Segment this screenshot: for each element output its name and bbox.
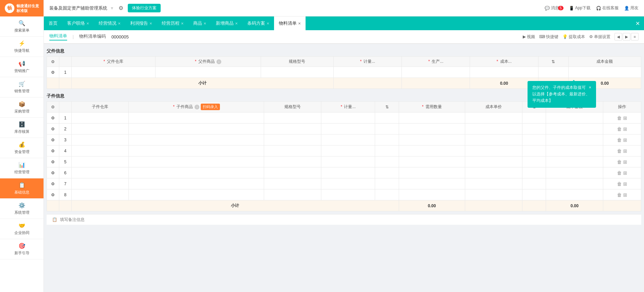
copy-row1-icon[interactable]: ⊞ [623, 115, 627, 121]
delete-row7-icon[interactable]: 🗑 [617, 181, 622, 187]
delete-row8-icon[interactable]: 🗑 [617, 192, 622, 198]
child-row1-spec[interactable] [264, 113, 321, 124]
child-row1-warehouse[interactable] [72, 113, 129, 124]
parent-table-row: ⚙ 1 [47, 67, 641, 78]
sidebar-item-system[interactable]: ⚙️ 系统管理 [0, 199, 44, 219]
app-download-item[interactable]: 📱 App下载 [569, 5, 591, 11]
child-table-row: ⚙ 7 🗑 ⊞ [47, 178, 641, 189]
child-table-row: ⚙ 6 🗑 ⊞ [47, 167, 641, 178]
app-icon: 📱 [569, 6, 574, 11]
tab-home[interactable]: 首页 [44, 16, 62, 30]
sub-header-actions: ▶ 视频 ⌨ 快捷键 💡 提取成本 ⚙ 单据设置 [523, 33, 639, 40]
close-barcode-icon[interactable]: ✕ [267, 22, 269, 25]
top-header: 装备及固定资产辅助管理系统 ▼ ⚙ 体验行业方案 💬 消息 5 📱 App下载 … [44, 0, 644, 16]
parent-row-spec[interactable] [261, 67, 333, 78]
close-new-products-icon[interactable]: ✕ [235, 22, 238, 25]
delete-row2-icon[interactable]: 🗑 [617, 126, 622, 132]
sidebar-item-guide[interactable]: 🎯 新手引导 [0, 239, 44, 259]
sidebar-item-basic-info[interactable]: 📋 基础信息 [0, 178, 44, 199]
doc-settings-icon: ⚙ [589, 34, 593, 39]
sub-tab-bom-list[interactable]: 物料清单 [49, 33, 67, 40]
sidebar-item-search[interactable]: 🔍 搜索菜单 [0, 16, 44, 37]
settings-gear-icon[interactable]: ⚙ [117, 4, 125, 12]
user-icon: 👤 [624, 6, 629, 11]
child-table-row: ⚙ 2 🗑 ⊞ [47, 124, 641, 135]
tab-operations[interactable]: 经营情况 ✕ [94, 16, 125, 30]
sidebar-item-enterprise[interactable]: 🤝 企业协同 [0, 219, 44, 239]
child-row1-actions: 🗑 ⊞ [603, 113, 641, 124]
close-history-icon[interactable]: ✕ [181, 22, 184, 25]
parent-col-num [59, 57, 72, 67]
trial-button[interactable]: 体验行业方案 [128, 4, 161, 12]
child-table-row: ⚙ 5 🗑 ⊞ [47, 156, 641, 167]
delete-row3-icon[interactable]: 🗑 [617, 137, 622, 143]
child-table-row: ⚙ 4 🗑 ⊞ [47, 145, 641, 156]
parent-col-prod-date: * 生产... [402, 57, 470, 67]
close-products-icon[interactable]: ✕ [203, 22, 206, 25]
view-action[interactable]: ▶ 视频 [523, 34, 535, 40]
tab-new-products[interactable]: 新增商品 ✕ [211, 16, 243, 30]
delete-row4-icon[interactable]: 🗑 [617, 148, 622, 154]
tooltip-close-button[interactable]: × [589, 84, 591, 91]
message-icon: 💬 [545, 6, 550, 11]
tab-customers[interactable]: 客户联络 ✕ [62, 16, 94, 30]
parent-row-qty[interactable] [334, 67, 402, 78]
child-product-info-icon[interactable]: i [195, 105, 199, 109]
scan-button[interactable]: 扫码录入 [201, 104, 220, 110]
copy-row4-icon[interactable]: ⊞ [623, 148, 627, 154]
parent-row-cost[interactable] [470, 67, 538, 78]
menu-button[interactable]: ≡ [631, 33, 639, 40]
finance-icon: 💰 [18, 141, 25, 148]
sidebar-item-marketing[interactable]: 📢 营销推广 [0, 57, 44, 77]
parent-row-prod-date[interactable] [402, 67, 470, 78]
close-operations-icon[interactable]: ✕ [118, 22, 121, 25]
delete-row5-icon[interactable]: 🗑 [617, 159, 622, 165]
delete-row6-icon[interactable]: 🗑 [617, 170, 622, 176]
parent-subtotal-gear [47, 78, 59, 89]
child-row1-product[interactable] [129, 113, 264, 124]
user-avatar-item[interactable]: 👤 用友 [624, 5, 639, 11]
parent-product-info-icon[interactable]: i [216, 59, 221, 64]
close-profit-icon[interactable]: ✕ [149, 22, 152, 25]
sidebar-item-purchase[interactable]: 📦 采购管理 [0, 97, 44, 118]
tab-bom[interactable]: 物料清单 ✕ [274, 16, 306, 30]
tab-profit[interactable]: 利润报告 ✕ [125, 16, 157, 30]
tab-history[interactable]: 经营历程 ✕ [157, 16, 188, 30]
delete-row1-icon[interactable]: 🗑 [617, 115, 622, 121]
child-table-row: ⚙ 1 🗑 ⊞ [47, 113, 641, 124]
child-row1-needed[interactable] [399, 113, 465, 124]
tab-barcode[interactable]: 条码方案 ✕ [243, 16, 274, 30]
shortcut-action[interactable]: ⌨ 快捷键 [539, 34, 558, 40]
copy-row8-icon[interactable]: ⊞ [623, 192, 627, 198]
copy-row6-icon[interactable]: ⊞ [623, 170, 627, 176]
nav-close-all-icon[interactable]: ✕ [631, 20, 644, 27]
parent-row-cost-amount [568, 67, 641, 78]
sidebar-item-sales[interactable]: 🛒 销售管理 [0, 77, 44, 97]
child-row1-qty[interactable] [321, 113, 375, 124]
child-row1-unit-cost[interactable] [465, 113, 522, 124]
sidebar-item-finance[interactable]: 💰 资金管理 [0, 138, 44, 158]
sidebar-item-quick-nav[interactable]: ⚡ 快捷导航 [0, 37, 44, 57]
next-arrow-button[interactable]: ▶ [623, 33, 630, 40]
parent-col-sort: ⇅ [538, 57, 568, 67]
parent-row-warehouse[interactable] [72, 67, 156, 78]
note-input[interactable] [60, 217, 636, 222]
settings-action[interactable]: ⚙ 单据设置 [589, 34, 610, 40]
copy-row5-icon[interactable]: ⊞ [623, 159, 627, 165]
sub-tab-bom-code[interactable]: 物料清单编码 [79, 33, 106, 40]
tab-products[interactable]: 商品 ✕ [188, 16, 211, 30]
sidebar-item-operations[interactable]: 📊 经营管理 [0, 158, 44, 178]
cost-action[interactable]: 💡 提取成本 [562, 34, 585, 40]
parent-row-product[interactable] [155, 67, 261, 78]
copy-row3-icon[interactable]: ⊞ [623, 137, 627, 143]
message-item[interactable]: 💬 消息 5 [545, 5, 564, 11]
copy-row7-icon[interactable]: ⊞ [623, 181, 627, 187]
sidebar-item-inventory[interactable]: 🗄️ 库存核算 [0, 118, 44, 138]
close-customers-icon[interactable]: ✕ [86, 22, 89, 25]
online-service-item[interactable]: 🎧 在线客服 [596, 5, 619, 11]
marketing-icon: 📢 [18, 60, 25, 67]
copy-row2-icon[interactable]: ⊞ [623, 126, 627, 132]
prev-arrow-button[interactable]: ◀ [615, 33, 622, 40]
close-bom-icon[interactable]: ✕ [298, 22, 301, 25]
content-area: 物料清单 | 物料清单编码 0000005 ▶ 视频 ⌨ 快捷键 💡 提取成本 [44, 30, 644, 292]
